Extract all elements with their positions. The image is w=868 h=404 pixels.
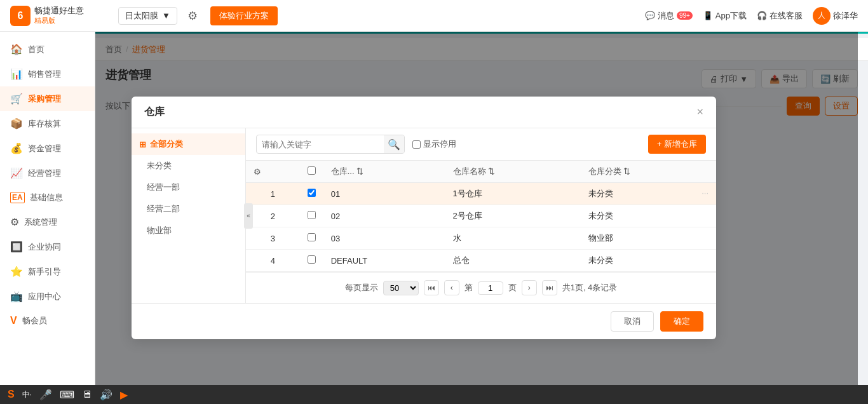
page-number-input[interactable] [478,281,503,295]
page-last-button[interactable]: ⏭ [542,280,557,295]
page-prev-button[interactable]: ‹ [444,280,459,295]
table-scroll-area: ⚙ 仓库... ⇅ [246,161,716,272]
modal-header: 仓库 × [132,97,716,128]
sidebar-item-system[interactable]: ⚙ 系统管理 [0,210,95,234]
sidebar-item-enterprise[interactable]: 🔲 企业协同 [0,234,95,259]
logo-text: 畅捷通好生意 精易版 [34,6,84,25]
row-code: 02 [323,205,445,227]
category-item-uncategorized[interactable]: 未分类 [132,155,245,177]
col-settings-icon[interactable]: ⚙ [254,167,261,177]
cancel-button[interactable]: 取消 [611,311,654,332]
sidebar-item-basic-info[interactable]: EA 基础信息 [0,185,95,210]
app-center-icon: 📺 [10,290,23,302]
home-icon: 🏠 [10,43,23,55]
messages-button[interactable]: 💬 消息 99+ [645,10,693,22]
add-warehouse-button[interactable]: + 新增仓库 [648,135,706,154]
modal-close-button[interactable]: × [696,105,703,119]
sidebar-item-app-center[interactable]: 📺 应用中心 [0,284,95,309]
search-input[interactable] [257,140,384,149]
th-checkbox [300,161,323,183]
sidebar-item-home[interactable]: 🏠 首页 [0,37,95,62]
table-panel: 🔍 显示停用 + 新增仓库 [246,128,716,303]
category-item-ops2[interactable]: 经营二部 [132,198,245,220]
settings-button[interactable]: ⚙ [182,6,203,26]
page-suffix-label: 页 [508,282,517,293]
total-info: 共1页, 4条记录 [562,282,618,293]
headset-icon: 🎧 [757,11,767,20]
confirm-button[interactable]: 确定 [660,311,703,332]
sidebar-label-home: 首页 [28,44,44,55]
pagination: 每页显示 50 20 100 ⏮ ‹ 第 页 › [246,272,716,303]
store-selector[interactable]: 日太阳膜 ▼ [118,7,177,25]
page-next-button[interactable]: › [522,280,537,295]
finance-icon: 💰 [10,142,23,154]
brand-s-icon: S [8,389,15,400]
user-menu[interactable]: 人 徐泽华 [813,7,858,25]
category-all[interactable]: ⊞ 全部分类 [132,133,245,155]
search-button[interactable]: 🔍 [384,135,404,154]
th-category[interactable]: 仓库分类 ⇅ [581,161,716,183]
table-row[interactable]: 2 02 2号仓库 未分类 [246,205,716,227]
status-bar: S 中· 🎤 ⌨ 🖥 🔊 ▶ [0,385,868,404]
th-name[interactable]: 仓库名称 ⇅ [445,161,581,183]
search-input-wrap: 🔍 [256,135,405,154]
row-actions[interactable]: ··· [702,188,709,198]
logo-icon: 6 [10,6,31,26]
row-checkbox[interactable] [308,211,316,219]
table-row[interactable]: 4 DEFAULT 总仓 未分类 [246,250,716,272]
sidebar-item-finance[interactable]: 💰 资金管理 [0,136,95,161]
th-code[interactable]: 仓库... ⇅ [323,161,445,183]
input-mode-label: 中· [22,389,32,400]
per-page-select[interactable]: 50 20 100 [383,281,419,295]
sidebar-label-membership: 畅会员 [22,315,47,327]
sidebar-item-inventory[interactable]: 📦 库存核算 [0,111,95,136]
select-all-checkbox[interactable] [308,166,316,175]
sidebar-label-purchase: 采购管理 [28,93,61,105]
collapse-panel-button[interactable]: « [244,203,253,229]
row-name: 总仓 [445,250,581,272]
sidebar-item-operations[interactable]: 📈 经营管理 [0,161,95,185]
table-row[interactable]: 3 03 水 物业部 [246,227,716,250]
table-toolbar: 🔍 显示停用 + 新增仓库 [246,128,716,161]
show-disabled-toggle[interactable]: 显示停用 [412,138,456,150]
th-settings: ⚙ [246,161,300,183]
row-category: 未分类 [581,250,716,272]
online-service-button[interactable]: 🎧 在线客服 [757,10,803,22]
row-checkbox[interactable] [308,189,316,197]
modal-body: ⊞ 全部分类 未分类 经营一部 经营二部 物业部 « [132,128,716,303]
row-checkbox[interactable] [308,255,316,264]
triangle-icon: ▶ [120,389,128,401]
sidebar-item-sales[interactable]: 📊 销售管理 [0,62,95,86]
category-item-ops1[interactable]: 经营一部 [132,177,245,198]
table-row[interactable]: 1 01 1号仓库 未分类 ··· [246,183,716,205]
sidebar-label-system: 系统管理 [24,217,57,228]
row-name: 2号仓库 [445,205,581,227]
newbie-icon: ⭐ [10,266,23,278]
sidebar-label-operations: 经营管理 [28,168,61,179]
row-category: 物业部 [581,227,716,250]
microphone-icon: 🎤 [39,389,52,401]
page-first-button[interactable]: ⏮ [424,280,439,295]
sidebar-item-newbie[interactable]: ⭐ 新手引导 [0,259,95,284]
modal-overlay: 仓库 × ⊞ 全部分类 未分类 经营一部 经营二部 物 [95,32,858,404]
main-layout: 🏠 首页 📊 销售管理 🛒 采购管理 📦 库存核算 💰 资金管理 📈 经营管理 … [0,32,868,404]
row-num: 3 [246,227,300,250]
content-area: 首页 / 进货管理 进货管理 🖨 打印 ▼ 📤 导出 🔄 刷新 [95,32,868,404]
sidebar-label-newbie: 新手引导 [28,266,61,278]
grid-icon: ⊞ [139,140,146,149]
membership-icon: V [10,315,17,327]
row-checkbox-cell [300,250,323,272]
row-name: 水 [445,227,581,250]
category-item-property[interactable]: 物业部 [132,220,245,241]
sidebar: 🏠 首页 📊 销售管理 🛒 采购管理 📦 库存核算 💰 资金管理 📈 经营管理 … [0,32,95,404]
show-disabled-checkbox[interactable] [412,140,421,149]
message-badge: 99+ [677,11,693,20]
sidebar-label-sales: 销售管理 [28,69,61,80]
sidebar-item-purchase[interactable]: 🛒 采购管理 [0,86,95,111]
store-name: 日太阳膜 [125,10,158,22]
app-download-button[interactable]: 📱 App下载 [703,10,747,22]
row-checkbox[interactable] [308,233,316,241]
trial-button[interactable]: 体验行业方案 [210,6,278,25]
sidebar-item-membership[interactable]: V 畅会员 [0,309,95,333]
sidebar-label-basic-info: 基础信息 [30,192,63,203]
